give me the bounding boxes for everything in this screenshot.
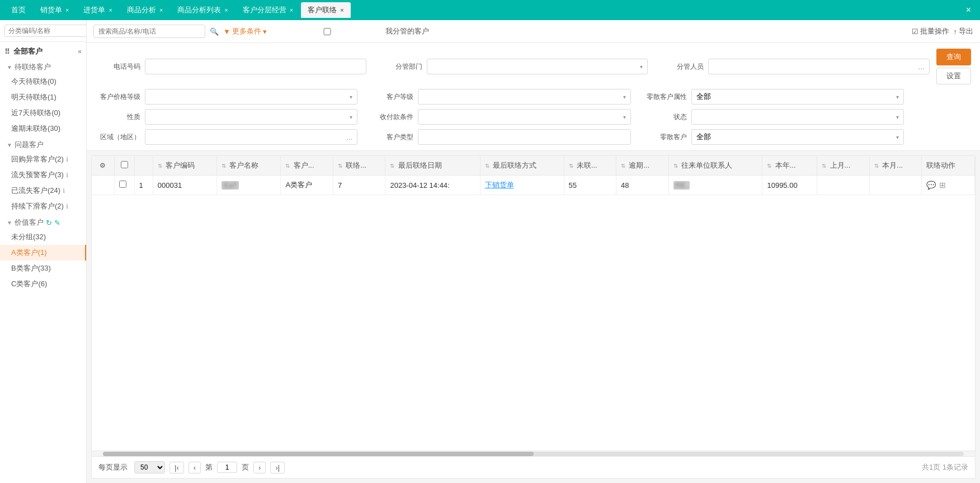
info-icon-4: ℹ [66, 203, 68, 210]
row-select-checkbox[interactable] [119, 181, 126, 188]
per-page-select[interactable]: 50 100 200 [134, 461, 165, 473]
edit-icon[interactable]: ✎ [54, 219, 60, 227]
seq-col-header [134, 156, 153, 176]
retail-attr-select[interactable]: 全部 ▾ [691, 89, 904, 105]
person-select[interactable]: ... [708, 59, 930, 74]
sidebar-item-overdue-pending[interactable]: 逾期未联络(30) [0, 121, 86, 136]
table-wrapper[interactable]: ⚙ 客户编码 客户名称 客户... [92, 156, 975, 451]
arrow-down-icon-3: ▼ [7, 220, 12, 226]
content-area: 🔍 ▼ 更多条件 ▾ 我分管的客户 ☑ 批量操作 ↑ 导出 [87, 20, 980, 483]
row-checkbox[interactable] [114, 176, 134, 195]
retail-customer-select[interactable]: 全部 ▾ [691, 129, 904, 145]
more-conditions-btn[interactable]: ▼ 更多条件 ▾ [223, 26, 267, 36]
close-customer-layer-tab[interactable]: × [290, 7, 293, 13]
filter-row-2: 客户价格等级 ▾ 客户等级 ▾ 零散客户属性 [96, 89, 971, 105]
sidebar-item-class-a[interactable]: A类客户(1) [0, 245, 86, 261]
status-select[interactable]: ▾ [691, 109, 904, 125]
nav-tab-analysis-list[interactable]: 商品分析列表 × [171, 2, 234, 18]
region-dots[interactable]: ... [346, 133, 352, 141]
dots-icon[interactable]: ... [918, 62, 925, 71]
overdue-col-header[interactable]: 逾期... [616, 156, 669, 176]
sidebar-item-declining[interactable]: 持续下滑客户(2) ℹ [0, 198, 86, 214]
contacts-col-header[interactable]: 联络... [333, 156, 385, 176]
pagination-bar: 每页显示 50 100 200 |‹ ‹ 第 页 › ›| 共1页 1条记录 [92, 456, 975, 478]
all-customers-header[interactable]: ⠿ 全部客户 « [0, 42, 86, 59]
price-level-select[interactable]: ▾ [145, 89, 357, 105]
customer-level-select[interactable]: ▾ [418, 89, 630, 105]
this-year-col-header[interactable]: 本年... [762, 156, 817, 176]
region-select[interactable]: ... [145, 129, 357, 145]
filter-bar: 🔍 ▼ 更多条件 ▾ 我分管的客户 ☑ 批量操作 ↑ 导出 [87, 20, 980, 43]
sidebar-item-7days-pending[interactable]: 近7天待联络(0) [0, 105, 86, 121]
last-date-col-header[interactable]: 最后联络日期 [385, 156, 480, 176]
nav-tab-customer-contact[interactable]: 客户联络 × [301, 2, 350, 18]
select-all-checkbox[interactable] [121, 161, 128, 168]
search-input[interactable] [93, 25, 205, 38]
chevron-dept: ▾ [640, 64, 643, 70]
my-customers-checkbox[interactable] [271, 28, 383, 35]
sidebar-search-input[interactable] [4, 25, 87, 37]
nav-tab-sales[interactable]: 销货单 × [34, 2, 76, 18]
customer-type-select[interactable] [418, 129, 630, 145]
sidebar-item-churn-warning[interactable]: 流失预警客户(3) ℹ [0, 167, 86, 183]
chevron-retail-attr: ▾ [896, 94, 899, 100]
row-last-method[interactable]: 下销货单 [480, 176, 564, 195]
nav-tab-analysis[interactable]: 商品分析 × [120, 2, 169, 18]
sidebar-item-tomorrow-pending[interactable]: 明天待联络(1) [0, 89, 86, 105]
sidebar-item-today-pending[interactable]: 今天待联络(0) [0, 74, 86, 89]
sidebar-item-class-b[interactable]: B类客户(33) [0, 261, 86, 276]
first-page-btn[interactable]: |‹ [169, 462, 184, 473]
grid-action-icon[interactable]: ⊞ [939, 181, 946, 190]
close-purchase-tab[interactable]: × [109, 7, 112, 13]
filter-btns: 查询 设置 [936, 49, 971, 84]
sidebar-item-repurchase-abnormal[interactable]: 回购异常客户(2) ℹ [0, 151, 86, 167]
problem-customers-group[interactable]: ▼ 问题客户 [0, 136, 86, 151]
close-analysis-list-tab[interactable]: × [224, 7, 228, 13]
settings-col-header[interactable]: ⚙ [92, 156, 114, 176]
dept-select[interactable]: ▾ [427, 59, 648, 74]
type-col-header[interactable]: 客户... [281, 156, 333, 176]
status-label: 状态 [642, 112, 687, 122]
close-sales-tab[interactable]: × [65, 7, 69, 13]
export-btn[interactable]: ↑ 导出 [954, 26, 974, 36]
batch-ops-btn[interactable]: ☑ 批量操作 [912, 26, 949, 36]
prev-page-btn[interactable]: ‹ [189, 462, 201, 473]
this-month-col-header[interactable]: 本月... [869, 156, 922, 176]
filter-search-icon[interactable]: 🔍 [210, 27, 219, 36]
setting-btn[interactable]: 设置 [936, 68, 971, 84]
query-btn[interactable]: 查询 [936, 49, 971, 65]
retail-customer-label: 零散客户 [642, 132, 687, 142]
sidebar-item-class-c[interactable]: C类客户(6) [0, 276, 86, 292]
advanced-filters: 电话号码 分管部门 ▾ 分管人员 [87, 43, 980, 151]
close-analysis-tab[interactable]: × [159, 7, 163, 13]
value-customers-group[interactable]: ▼ 价值客户 ↻ ✎ [0, 214, 86, 229]
last-method-col-header[interactable]: 最后联络方式 [480, 156, 564, 176]
close-customer-contact-tab[interactable]: × [340, 7, 343, 13]
nav-tab-home[interactable]: 首页 [4, 2, 32, 18]
window-close-btn[interactable]: × [962, 5, 976, 15]
name-col-header[interactable]: 客户名称 [217, 156, 281, 176]
my-customers-checkbox-container[interactable]: 我分管的客户 [271, 26, 429, 36]
filter-field-retail-customer: 零散客户 全部 ▾ [642, 129, 904, 145]
chevron-price: ▾ [350, 94, 352, 100]
no-contact-col-header[interactable]: 未联... [564, 156, 616, 176]
sidebar-item-ungroup[interactable]: 未分组(32) [0, 229, 86, 245]
nav-tab-purchase[interactable]: 进货单 × [77, 2, 119, 18]
phone-input[interactable] [145, 59, 366, 74]
pending-contact-group[interactable]: ▼ 待联络客户 [0, 59, 86, 74]
refresh-icon[interactable]: ↻ [46, 219, 52, 227]
code-col-header[interactable]: 客户编码 [153, 156, 216, 176]
nature-select[interactable]: ▾ [145, 109, 357, 125]
retail-attr-label: 零散客户属性 [642, 92, 687, 102]
last-page-btn[interactable]: ›| [270, 462, 285, 473]
last-month-col-header[interactable]: 上月... [817, 156, 870, 176]
payment-select[interactable]: ▾ [418, 109, 630, 125]
next-page-btn[interactable]: › [253, 462, 266, 473]
page-number-input[interactable] [217, 462, 237, 473]
checkbox-col-header[interactable] [114, 156, 134, 176]
row-this-month [869, 176, 922, 195]
chat-action-icon[interactable]: 💬 [926, 181, 936, 190]
sidebar-item-churned[interactable]: 已流失客户(24) ℹ [0, 183, 86, 198]
nav-tab-customer-layer[interactable]: 客户分层经营 × [236, 2, 300, 18]
unit-contact-col-header[interactable]: 往来单位联系人 [668, 156, 762, 176]
